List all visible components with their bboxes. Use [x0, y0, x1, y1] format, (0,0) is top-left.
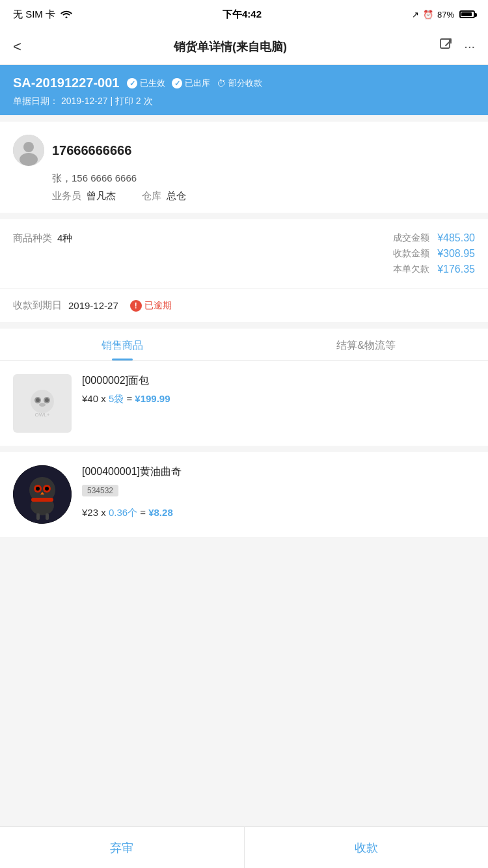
- svg-point-4: [31, 390, 54, 413]
- customer-details: 张，156 6666 6666: [52, 172, 475, 185]
- product-price-1: ¥40 x 5袋 = ¥199.99: [82, 393, 475, 405]
- product-list: OWL+ [0000002]面包 ¥40 x 5袋 = ¥199.99: [0, 361, 488, 537]
- cancel-button[interactable]: 弃审: [0, 827, 245, 868]
- product-total-1: ¥199.99: [135, 393, 170, 404]
- type-value: 4种: [57, 232, 72, 245]
- amount-label: 成交金额: [393, 232, 429, 244]
- svg-point-7: [36, 398, 40, 402]
- product-price-2: ¥23 x 0.36个 = ¥8.28: [82, 507, 475, 519]
- overdue-icon: !: [130, 300, 142, 312]
- battery-percent: 87%: [437, 10, 454, 20]
- product-image-1: OWL+: [13, 374, 72, 433]
- received-value: ¥308.95: [437, 248, 475, 260]
- warehouse-info: 仓库 总仓: [142, 190, 186, 202]
- svg-point-3: [20, 153, 38, 166]
- location-icon: ↗: [412, 10, 419, 20]
- svg-rect-20: [36, 513, 40, 520]
- share-icon[interactable]: [439, 38, 454, 55]
- debt-label: 本单欠款: [393, 264, 429, 275]
- avatar: [13, 135, 44, 166]
- more-icon[interactable]: ···: [464, 39, 475, 54]
- product-name-1: [0000002]面包: [82, 374, 475, 388]
- tab-sales-products[interactable]: 销售商品: [0, 329, 244, 360]
- product-image-2: [13, 465, 72, 524]
- check-icon-1: ✓: [127, 78, 137, 88]
- product-image-owl: [13, 465, 72, 524]
- page-title: 销货单详情(来自电脑): [174, 39, 287, 55]
- debt-row: 本单欠款 ¥176.35: [393, 264, 475, 275]
- warehouse-value: 总仓: [167, 190, 186, 202]
- overdue-text: 已逾期: [144, 300, 172, 312]
- svg-point-16: [45, 487, 49, 491]
- sales-value: 曾凡杰: [87, 190, 116, 202]
- list-item: [000400001]黄油曲奇 534532 ¥23 x 0.36个 = ¥8.…: [0, 452, 488, 537]
- product-name-2: [000400001]黄油曲奇: [82, 465, 475, 479]
- status-tag-shipped: ✓ 已出库: [172, 77, 210, 89]
- overdue-badge: ! 已逾期: [130, 300, 172, 312]
- alarm-icon: ⏰: [423, 10, 433, 20]
- nav-actions: ···: [439, 38, 475, 55]
- status-right: ↗ ⏰ 87%: [412, 10, 475, 20]
- product-qty-2: 0.36个: [109, 507, 137, 518]
- product-info-2: [000400001]黄油曲奇 534532 ¥23 x 0.36个 = ¥8.…: [82, 465, 475, 519]
- check-icon-2: ✓: [172, 78, 182, 88]
- received-row: 收款金额 ¥308.95: [393, 248, 475, 260]
- customer-name: 17666666666: [52, 143, 131, 158]
- tabs-section: 销售商品 结算&物流等: [0, 329, 488, 361]
- customer-meta: 业务员 曾凡杰 仓库 总仓: [52, 190, 475, 202]
- due-label: 收款到期日: [13, 299, 62, 312]
- list-item: OWL+ [0000002]面包 ¥40 x 5袋 = ¥199.99: [0, 361, 488, 446]
- debt-value: ¥176.35: [437, 264, 475, 275]
- svg-point-8: [45, 398, 49, 402]
- product-qty-1: 5袋: [109, 393, 124, 404]
- sales-info: 业务员 曾凡杰: [52, 190, 116, 202]
- product-info-1: [0000002]面包 ¥40 x 5袋 = ¥199.99: [82, 374, 475, 405]
- svg-rect-21: [46, 513, 49, 520]
- status-tags: ✓ 已生效 ✓ 已出库 ⏱ 部分收款: [127, 77, 262, 89]
- status-bar: 无 SIM 卡 下午4:42 ↗ ⏰ 87%: [0, 0, 488, 29]
- status-tag-effective: ✓ 已生效: [127, 77, 165, 89]
- amount-row: 成交金额 ¥485.30: [393, 232, 475, 244]
- banner-date: 单据日期： 2019-12-27 | 打印 2 次: [13, 96, 475, 107]
- status-left: 无 SIM 卡: [13, 8, 72, 21]
- stats-section: 商品种类 4种 成交金额 ¥485.30 收款金额 ¥308.95 本单欠款 ¥…: [0, 219, 488, 288]
- svg-point-2: [23, 142, 34, 152]
- amount-value: ¥485.30: [437, 232, 475, 244]
- status-tag-partial: ⏱ 部分收款: [217, 77, 262, 89]
- product-tag-2: 534532: [82, 485, 118, 496]
- svg-text:OWL+: OWL+: [35, 412, 50, 418]
- order-id: SA-20191227-001: [13, 75, 119, 90]
- product-total-2: ¥8.28: [148, 507, 173, 518]
- svg-rect-19: [31, 498, 53, 502]
- due-section: 收款到期日 2019-12-27 ! 已逾期: [0, 289, 488, 322]
- confirm-button[interactable]: 收款: [245, 827, 489, 868]
- received-label: 收款金额: [393, 248, 429, 260]
- back-button[interactable]: <: [13, 38, 21, 55]
- sales-label: 业务员: [52, 190, 81, 202]
- due-date: 2019-12-27: [68, 300, 118, 311]
- svg-point-15: [36, 487, 40, 491]
- header-banner: SA-20191227-001 ✓ 已生效 ✓ 已出库 ⏱ 部分收款 单据日期：…: [0, 65, 488, 115]
- battery-icon: [459, 10, 475, 18]
- financial-stats: 成交金额 ¥485.30 收款金额 ¥308.95 本单欠款 ¥176.35: [393, 232, 475, 275]
- wifi-icon: [61, 9, 72, 20]
- nav-bar: < 销货单详情(来自电脑) ···: [0, 29, 488, 65]
- product-type-info: 商品种类 4种: [13, 232, 72, 245]
- customer-section: 17666666666 张，156 6666 6666 业务员 曾凡杰 仓库 总…: [0, 122, 488, 213]
- type-label: 商品种类: [13, 232, 52, 245]
- clock-icon: ⏱: [217, 78, 226, 88]
- tabs-row: 销售商品 结算&物流等: [0, 329, 488, 360]
- carrier-text: 无 SIM 卡: [13, 8, 55, 21]
- tab-settlement-logistics[interactable]: 结算&物流等: [244, 329, 488, 360]
- warehouse-label: 仓库: [142, 190, 161, 202]
- status-time: 下午4:42: [223, 8, 262, 21]
- svg-point-9: [39, 403, 46, 407]
- bottom-bar: 弃审 收款: [0, 826, 488, 868]
